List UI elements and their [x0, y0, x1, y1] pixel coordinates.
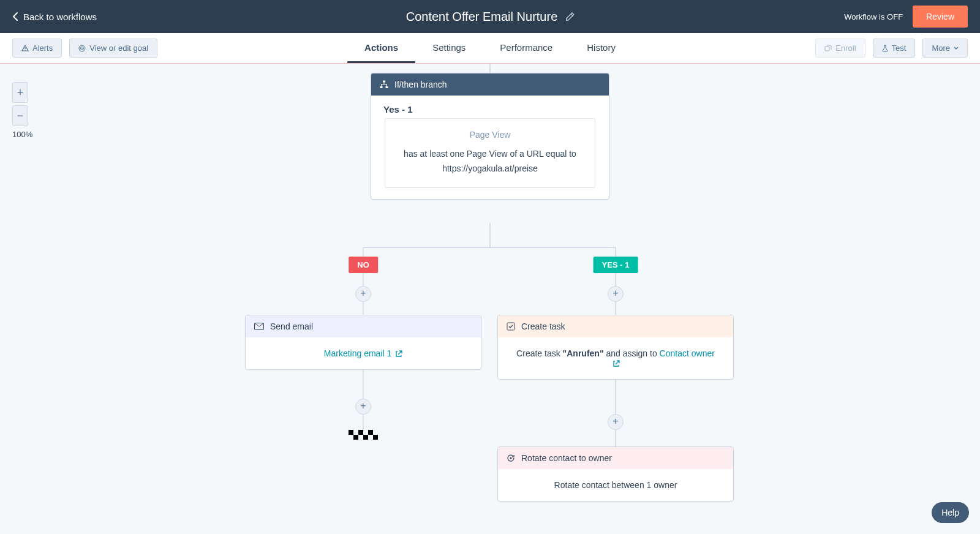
zoom-controls: + − 100% — [12, 82, 32, 139]
toolbar-right: Enroll Test More — [815, 39, 968, 58]
svg-rect-14 — [380, 86, 383, 88]
workflow-canvas[interactable]: + − 100% If/then branch Yes - 1 Page Vie… — [0, 64, 980, 534]
send-email-body: Marketing email 1 — [246, 337, 481, 369]
send-email-title: Send email — [270, 322, 313, 331]
yes-branch-badge: YES - 1 — [594, 257, 638, 273]
toolbar: Alerts View or edit goal Actions Setting… — [0, 33, 980, 64]
zoom-in-button[interactable]: + — [12, 82, 28, 103]
tab-settings[interactable]: Settings — [415, 33, 483, 63]
branch-title: If/then branch — [394, 80, 447, 89]
branch-body: Yes - 1 Page View has at least one Page … — [371, 96, 609, 199]
test-label: Test — [892, 43, 907, 53]
add-action-button-yes[interactable]: + — [608, 286, 624, 302]
svg-rect-21 — [363, 435, 368, 440]
filter-text: has at least one Page View of a URL equa… — [399, 147, 581, 176]
goal-label: View or edit goal — [89, 43, 148, 53]
external-link-icon — [612, 360, 620, 367]
goal-button[interactable]: View or edit goal — [69, 39, 157, 58]
chevron-left-icon — [12, 12, 18, 21]
marketing-email-link[interactable]: Marketing email 1 — [324, 348, 402, 358]
svg-rect-22 — [373, 435, 378, 440]
enroll-label: Enroll — [835, 43, 856, 53]
enroll-button: Enroll — [815, 39, 865, 58]
svg-point-4 — [81, 48, 83, 49]
rotate-owner-body: Rotate contact between 1 owner — [498, 469, 733, 501]
create-task-node[interactable]: Create task Create task "Anrufen" and as… — [497, 315, 734, 380]
tab-performance[interactable]: Performance — [483, 33, 570, 63]
alerts-button[interactable]: Alerts — [12, 39, 62, 58]
title-wrap: Content Offer Email Nurture — [406, 10, 575, 24]
rotate-owner-header: Rotate contact to owner — [498, 447, 733, 469]
external-link-icon — [395, 350, 402, 358]
more-button[interactable]: More — [922, 39, 968, 58]
top-header: Back to workflows Content Offer Email Nu… — [0, 0, 980, 33]
workflow-status: Workflow is OFF — [844, 12, 903, 21]
svg-rect-18 — [358, 430, 363, 435]
rotate-owner-node[interactable]: Rotate contact to owner Rotate contact b… — [497, 446, 734, 502]
branch-node[interactable]: If/then branch Yes - 1 Page View has at … — [371, 73, 609, 200]
alerts-label: Alerts — [32, 43, 53, 53]
branch-condition-label: Yes - 1 — [371, 96, 609, 118]
add-action-button-no[interactable]: + — [355, 286, 371, 302]
svg-rect-17 — [349, 430, 353, 435]
zoom-out-button[interactable]: − — [12, 105, 28, 126]
toolbar-tabs: Actions Settings Performance History — [347, 33, 633, 63]
help-button[interactable]: Help — [932, 502, 969, 523]
header-right: Workflow is OFF Review — [844, 6, 968, 28]
caret-down-icon — [954, 47, 959, 50]
tab-actions[interactable]: Actions — [347, 33, 415, 63]
alert-icon — [21, 45, 29, 52]
svg-rect-20 — [353, 435, 358, 440]
add-action-button-after-task[interactable]: + — [608, 414, 624, 430]
workflow-title[interactable]: Content Offer Email Nurture — [406, 10, 558, 24]
zoom-percent: 100% — [12, 130, 32, 139]
target-icon — [78, 45, 86, 52]
add-action-button-after-email[interactable]: + — [355, 399, 371, 415]
branch-filter-box: Page View has at least one Page View of … — [385, 118, 595, 188]
svg-rect-19 — [368, 430, 373, 435]
email-icon — [254, 323, 264, 330]
create-task-title: Create task — [521, 322, 565, 331]
finish-flag-icon — [349, 430, 378, 445]
rotate-owner-title: Rotate contact to owner — [521, 453, 612, 463]
back-to-workflows-link[interactable]: Back to workflows — [12, 12, 97, 22]
send-email-node[interactable]: Send email Marketing email 1 — [245, 315, 481, 370]
flask-icon — [882, 45, 888, 52]
more-label: More — [932, 43, 950, 53]
pencil-icon[interactable] — [565, 12, 574, 21]
tab-history[interactable]: History — [570, 33, 633, 63]
review-button[interactable]: Review — [913, 6, 968, 28]
test-button[interactable]: Test — [873, 39, 916, 58]
task-icon — [507, 322, 515, 331]
send-email-header: Send email — [246, 315, 481, 337]
svg-rect-15 — [386, 86, 388, 88]
sitemap-icon — [380, 80, 388, 89]
filter-title: Page View — [399, 130, 581, 140]
svg-rect-5 — [825, 47, 829, 51]
rotate-icon — [507, 454, 515, 462]
svg-point-1 — [24, 49, 25, 50]
svg-rect-13 — [383, 81, 385, 83]
create-task-body: Create task "Anrufen" and assign to Cont… — [498, 337, 733, 379]
branch-node-header: If/then branch — [371, 73, 609, 96]
no-branch-badge: NO — [349, 257, 378, 273]
enroll-icon — [824, 45, 832, 52]
toolbar-left: Alerts View or edit goal — [12, 39, 157, 58]
back-label: Back to workflows — [23, 12, 97, 22]
svg-rect-23 — [507, 323, 514, 330]
create-task-header: Create task — [498, 315, 733, 337]
svg-point-24 — [510, 457, 512, 459]
